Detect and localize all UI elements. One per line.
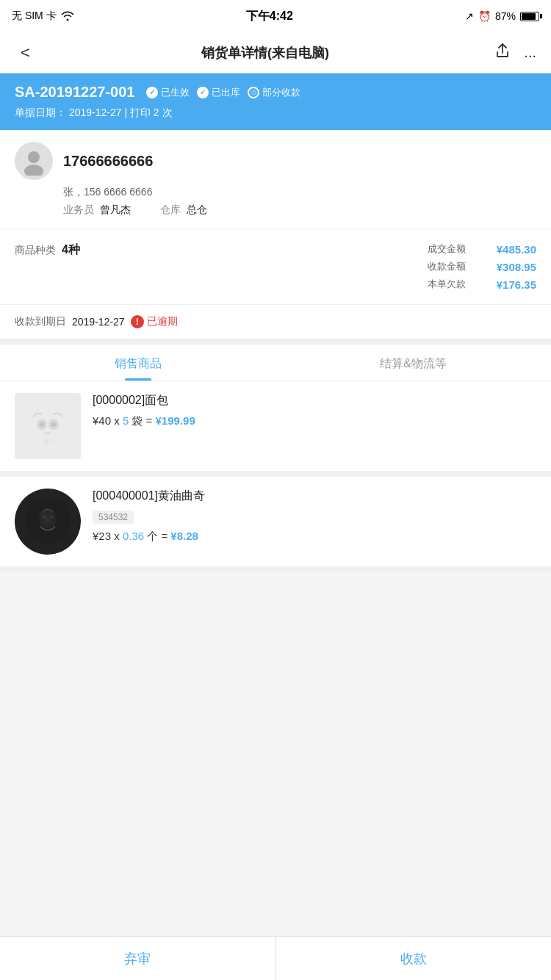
order-id: SA-20191227-001 xyxy=(15,84,134,101)
customer-section: 17666666666 张，156 6666 6666 业务员 曾凡杰 仓库 总… xyxy=(0,130,551,229)
received-amount-value: ¥308.95 xyxy=(478,261,536,273)
carrier-label: 无 SIM 卡 xyxy=(12,10,57,23)
debt-amount-label: 本单欠款 xyxy=(428,278,466,291)
customer-name-phone: 张，156 6666 6666 xyxy=(63,186,536,199)
header-banner-row2: 单据日期： 2019-12-27 | 打印 2 次 xyxy=(15,107,536,120)
header-banner: SA-20191227-001 ✓ 已生效 ✓ 已出库 ◷ 部分收款 单据日期：… xyxy=(0,73,551,130)
salesperson-value: 曾凡杰 xyxy=(100,203,131,217)
product-name-1: [0000002]面包 xyxy=(93,393,536,408)
product-type-summary: 商品种类 4种 xyxy=(15,242,80,258)
product-price-1: ¥40 x 5 袋 = ¥199.99 xyxy=(93,414,536,428)
deal-amount-row: 成交金额 ¥485.30 xyxy=(428,242,536,256)
svg-point-4 xyxy=(40,422,44,427)
back-button[interactable]: < xyxy=(15,37,36,68)
product-qty-2: 0.36 xyxy=(123,530,144,542)
due-date-section: 收款到期日 2019-12-27 ! 已逾期 xyxy=(0,305,551,345)
debt-amount-value: ¥176.35 xyxy=(478,278,536,291)
customer-meta: 业务员 曾凡杰 仓库 总仓 xyxy=(63,203,536,217)
svg-point-10 xyxy=(49,515,53,519)
more-icon[interactable]: ... xyxy=(524,44,536,61)
overdue-text: 已逾期 xyxy=(147,315,178,328)
page-title: 销货单详情(来自电脑) xyxy=(201,44,329,62)
status-badge-partial: ◷ 部分收款 xyxy=(248,86,300,99)
wifi-icon xyxy=(61,10,74,23)
order-date: 2019-12-27 xyxy=(69,107,122,118)
battery-percentage: 87% xyxy=(495,10,516,22)
nav-actions: ... xyxy=(494,43,536,62)
debt-amount-row: 本单欠款 ¥176.35 xyxy=(428,278,536,291)
svg-point-0 xyxy=(28,151,40,163)
svg-point-9 xyxy=(43,515,46,519)
warehouse-value: 总仓 xyxy=(187,203,207,217)
received-amount-label: 收款金额 xyxy=(428,260,466,273)
svg-point-11 xyxy=(45,518,51,522)
alarm-icon: ⏰ xyxy=(478,10,491,22)
svg-text:兽+: 兽+ xyxy=(43,439,53,445)
status-badge-effective: ✓ 已生效 xyxy=(146,86,190,99)
due-date-label: 收款到期日 xyxy=(15,315,66,328)
header-banner-row1: SA-20191227-001 ✓ 已生效 ✓ 已出库 ◷ 部分收款 xyxy=(15,84,536,101)
product-list: 兽+ [0000002]面包 ¥40 x 5 袋 = ¥199.99 xyxy=(0,381,551,631)
tab-settlement-logistics[interactable]: 结算&物流等 xyxy=(276,345,551,381)
product-name-2: [000400001]黄油曲奇 xyxy=(93,489,536,504)
cancel-button[interactable]: 弃审 xyxy=(0,937,276,980)
product-info-1: [0000002]面包 ¥40 x 5 袋 = ¥199.99 xyxy=(93,393,536,428)
summary-section: 商品种类 4种 成交金额 ¥485.30 收款金额 ¥308.95 本单欠款 ¥… xyxy=(0,229,551,305)
product-image-2 xyxy=(15,489,81,555)
product-total-1: ¥199.99 xyxy=(156,414,195,427)
product-total-2: ¥8.28 xyxy=(170,530,198,542)
customer-row: 17666666666 xyxy=(15,142,536,180)
product-qty-1: 5 xyxy=(123,414,129,427)
list-item: [000400001]黄油曲奇 534532 ¥23 x 0.36 个 = ¥8… xyxy=(0,477,551,572)
deal-amount-label: 成交金额 xyxy=(428,242,466,256)
location-icon: ↗ xyxy=(465,10,474,22)
overdue-badge: ! 已逾期 xyxy=(131,315,178,328)
received-amount-row: 收款金额 ¥308.95 xyxy=(428,260,536,273)
salesperson-meta: 业务员 曾凡杰 xyxy=(63,203,131,217)
battery-icon xyxy=(520,12,539,21)
tab-sales-products[interactable]: 销售商品 xyxy=(0,345,276,381)
share-icon[interactable] xyxy=(494,43,511,62)
status-badges: ✓ 已生效 ✓ 已出库 ◷ 部分收款 xyxy=(146,86,300,99)
product-image-1: 兽+ xyxy=(15,393,81,459)
check-icon-effective: ✓ xyxy=(146,87,158,98)
warehouse-meta: 仓库 总仓 xyxy=(160,203,207,217)
overdue-icon: ! xyxy=(131,315,144,328)
customer-phone: 17666666666 xyxy=(63,153,153,170)
list-item: 兽+ [0000002]面包 ¥40 x 5 袋 = ¥199.99 xyxy=(0,381,551,477)
status-bar-right: ↗ ⏰ 87% xyxy=(465,10,539,22)
product-sku-2: 534532 xyxy=(93,511,134,524)
tabs-section: 销售商品 结算&物流等 xyxy=(0,345,551,381)
amount-summary: 成交金额 ¥485.30 收款金额 ¥308.95 本单欠款 ¥176.35 xyxy=(428,242,536,291)
clock-icon: ◷ xyxy=(248,87,259,98)
status-badge-shipped: ✓ 已出库 xyxy=(197,86,240,99)
product-type-count: 4种 xyxy=(62,242,80,258)
product-type-label: 商品种类 xyxy=(15,244,56,257)
status-bar: 无 SIM 卡 下午4:42 ↗ ⏰ 87% xyxy=(0,0,551,32)
confirm-button[interactable]: 收款 xyxy=(276,937,552,980)
status-bar-time: 下午4:42 xyxy=(246,9,293,24)
due-date-value: 2019-12-27 xyxy=(72,316,125,328)
svg-point-5 xyxy=(51,422,56,427)
bottom-bar: 弃审 收款 xyxy=(0,936,551,980)
product-price-2: ¥23 x 0.36 个 = ¥8.28 xyxy=(93,530,536,544)
svg-point-1 xyxy=(24,165,43,176)
product-info-2: [000400001]黄油曲奇 534532 ¥23 x 0.36 个 = ¥8… xyxy=(93,489,536,544)
avatar xyxy=(15,142,53,180)
check-icon-shipped: ✓ xyxy=(197,87,209,98)
status-bar-left: 无 SIM 卡 xyxy=(12,10,74,23)
deal-amount-value: ¥485.30 xyxy=(478,243,536,256)
nav-bar: < 销货单详情(来自电脑) ... xyxy=(0,32,551,73)
